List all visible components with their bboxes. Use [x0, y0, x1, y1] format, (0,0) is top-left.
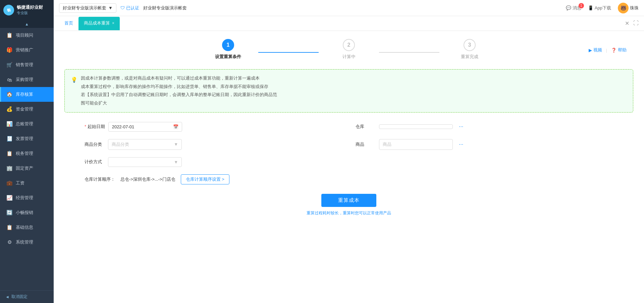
goods-dots-icon[interactable]: ···: [459, 141, 463, 147]
sidebar-item-label: 经营管理: [16, 195, 33, 201]
sidebar-item-tax[interactable]: 📋 税务管理: [0, 146, 54, 161]
warehouse-order-btn-label: 仓库计算顺序设置 >: [186, 176, 224, 182]
form-row-2: 商品分类 商品分类 ▼ 商品 商品 ···: [85, 139, 613, 150]
avatar: 🐻: [618, 3, 629, 13]
sidebar-item-system[interactable]: ⚙ 系统管理: [0, 235, 54, 250]
tabbar: 首页 商品成本重算 × ✕ ⛶: [54, 16, 644, 31]
operations-icon: 📈: [6, 195, 12, 201]
info-box: 💡 因成本计算参数调整，或是对商品成本有疑问时，可以通过成本重算功能，重新计算一…: [64, 69, 633, 113]
goods-input[interactable]: 商品: [379, 139, 453, 150]
recalculate-button[interactable]: 重算成本: [321, 194, 376, 207]
sidebar-item-operations[interactable]: 📈 经营管理: [0, 190, 54, 205]
sidebar-item-payroll[interactable]: 💼 工资: [0, 176, 54, 190]
step-3-circle: 3: [464, 39, 476, 51]
account-display-name: 好业财专业版演示帐套: [143, 5, 187, 11]
account-select[interactable]: 好业财专业版演示帐套 ▼: [59, 3, 116, 13]
category-select[interactable]: 商品分类 ▼: [108, 139, 182, 150]
message-badge: 1: [579, 3, 584, 8]
sidebar-item-invoice[interactable]: 🧾 发票管理: [0, 131, 54, 146]
goods-placeholder: 商品: [383, 141, 391, 147]
warehouse-input[interactable]: [379, 124, 453, 129]
app-download-action[interactable]: 📱 App下载: [588, 5, 611, 11]
message-action[interactable]: 💬 消息 1: [566, 5, 581, 11]
category-dropdown-icon: ▼: [174, 142, 178, 147]
sidebar-item-label: 工资: [16, 180, 24, 186]
sidebar-item-assets[interactable]: 🏢 固定资产: [0, 161, 54, 176]
info-lightbulb-icon: 💡: [71, 75, 77, 107]
info-line-4: 围可能会扩大: [81, 99, 277, 107]
warehouse-order-settings-button[interactable]: 仓库计算顺序设置 >: [181, 174, 229, 184]
message-icon: 💬: [566, 5, 571, 10]
sidebar-item-label: 税务管理: [16, 150, 33, 157]
step-2-circle: 2: [343, 39, 355, 51]
expand-icon[interactable]: ⛶: [633, 20, 639, 27]
sidebar-item-marketing[interactable]: 🎁 营销推广: [0, 43, 54, 57]
steps-actions: ▶ 视频 | ❓ 帮助: [589, 47, 627, 53]
form-row-3: 计价方式 ▼: [85, 157, 613, 167]
sidebar-item-label: 小畅报销: [16, 210, 33, 216]
start-date-label: 起始日期: [85, 124, 105, 130]
category-field: 商品分类 商品分类 ▼: [85, 139, 342, 150]
payroll-icon: 💼: [6, 180, 12, 186]
video-btn[interactable]: ▶ 视频: [589, 47, 602, 53]
inventory-icon: 🏠: [6, 91, 12, 97]
warehouse-order-row: 仓库计算顺序： 总仓->深圳仓库->...->门店仓 仓库计算顺序设置 >: [85, 174, 613, 184]
sidebar-item-accounting[interactable]: 📊 总账管理: [0, 117, 54, 131]
cancel-pin-icon: ◄: [5, 295, 9, 299]
sidebar-cancel-pin[interactable]: ◄ 取消固定: [0, 290, 54, 303]
main-area: 好业财专业版演示帐套 ▼ 🛡 已认证 好业财专业版演示帐套 💬 消息 1 📱 A…: [54, 0, 644, 303]
goods-field: 商品 商品 ···: [356, 139, 613, 150]
invoice-icon: 🧾: [6, 136, 12, 142]
tab-close-icon[interactable]: ×: [112, 21, 114, 26]
sidebar-item-inventory[interactable]: 🏠 库存核算: [0, 87, 54, 102]
user-avatar-action[interactable]: 🐻 珠珠: [618, 3, 639, 13]
category-label: 商品分类: [85, 141, 105, 147]
info-line-1: 因成本计算参数调整，或是对商品成本有疑问时，可以通过成本重算功能，重新计算一遍成…: [81, 74, 277, 83]
tab-recalculate[interactable]: 商品成本重算 ×: [78, 17, 120, 30]
system-icon: ⚙: [6, 239, 12, 245]
step-1: 1 设置重算条件: [198, 39, 258, 60]
app-edition: 专业版: [17, 10, 43, 15]
calendar-icon[interactable]: 📅: [173, 124, 178, 129]
sidebar-item-basic[interactable]: 📋 基础信息: [0, 220, 54, 235]
tabbar-controls: ✕ ⛶: [625, 20, 639, 27]
help-btn[interactable]: ❓ 帮助: [611, 47, 627, 53]
topbar-right-area: 💬 消息 1 📱 App下载 🐻 珠珠: [566, 3, 639, 13]
form-section: 起始日期 2022-07-01 📅 仓库 ··· 商品分类: [64, 122, 633, 216]
sidebar-items-list: 📋 项目顾问 🎁 营销推广 🛒 销售管理 🛍 采购管理 🏠 库存核算 💰 资金管…: [0, 28, 54, 290]
sidebar-item-label: 总账管理: [16, 121, 33, 127]
sidebar-header: 畅 畅捷通好业财 专业版: [0, 0, 54, 20]
app-download-label: App下载: [595, 5, 611, 11]
step-1-circle: 1: [222, 39, 234, 51]
sidebar-item-sales[interactable]: 🛒 销售管理: [0, 57, 54, 72]
app-title: 畅捷通好业财: [17, 5, 43, 10]
pricing-dropdown-icon: ▼: [174, 160, 178, 165]
sidebar-item-label: 营销推广: [16, 47, 33, 53]
step-3-label: 重算完成: [461, 54, 478, 60]
sidebar-item-expense[interactable]: 🔄 小畅报销: [0, 205, 54, 220]
sidebar-item-label: 库存核算: [16, 91, 33, 97]
sidebar-item-finance[interactable]: 💰 资金管理: [0, 102, 54, 117]
username-label: 珠珠: [630, 5, 639, 11]
sidebar-item-project[interactable]: 📋 项目顾问: [0, 28, 54, 43]
expense-icon: 🔄: [6, 210, 12, 216]
step-3: 3 重算完成: [439, 39, 500, 60]
sidebar-scroll-up[interactable]: ▲: [0, 20, 54, 28]
account-name: 好业财专业版演示帐套: [63, 5, 106, 11]
step-2: 2 计算中: [319, 39, 379, 60]
warehouse-dots-icon[interactable]: ···: [459, 124, 463, 130]
warehouse-order-value: 总仓->深圳仓库->...->门店仓: [120, 176, 175, 182]
info-line-2: 成本重算过程中，影响库存账的操作均不能操作，比如进货单、销售单、库存单据不能审核…: [81, 83, 277, 91]
page-content: 1 设置重算条件 2 计算中 3 重算完成: [54, 31, 644, 303]
close-window-icon[interactable]: ✕: [625, 20, 629, 27]
start-date-value: 2022-07-01: [112, 124, 135, 129]
warehouse-field: 仓库 ···: [356, 124, 613, 130]
pricing-select[interactable]: ▼: [108, 157, 182, 167]
tab-home[interactable]: 首页: [59, 17, 78, 30]
cancel-pin-label: 取消固定: [11, 294, 28, 300]
active-tab-label: 商品成本重算: [84, 20, 110, 26]
start-date-input[interactable]: 2022-07-01 📅: [108, 122, 182, 132]
step-line-2: [379, 52, 439, 53]
step-2-label: 计算中: [342, 54, 356, 60]
sidebar-item-purchase[interactable]: 🛍 采购管理: [0, 72, 54, 87]
